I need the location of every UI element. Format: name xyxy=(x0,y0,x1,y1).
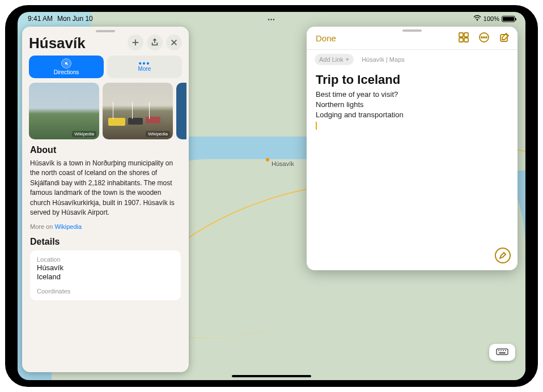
note-editor[interactable]: Trip to Iceland Best time of year to vis… xyxy=(307,69,517,134)
svg-rect-5 xyxy=(459,33,463,37)
compose-icon xyxy=(499,32,510,42)
directions-label: Directions xyxy=(54,69,79,75)
photo-source: Wikipedia xyxy=(72,131,96,137)
details-box: Location Húsavík Iceland Coordinates xyxy=(30,250,181,300)
markup-button[interactable] xyxy=(495,248,511,263)
more-label: More xyxy=(138,66,151,72)
coordinates-label: Coordinates xyxy=(37,288,174,295)
svg-point-0 xyxy=(477,20,478,21)
details-heading: Details xyxy=(30,237,181,247)
battery-icon xyxy=(502,16,515,22)
about-more-link[interactable]: More on Wikipedia xyxy=(30,223,181,230)
drag-handle-icon[interactable] xyxy=(402,29,422,32)
wifi-icon xyxy=(473,15,481,23)
svg-rect-6 xyxy=(464,33,468,37)
place-photo[interactable] xyxy=(176,83,186,139)
svg-point-12 xyxy=(486,37,487,38)
about-heading: About xyxy=(30,145,181,155)
notes-window: Done Add Link Húsavík | Maps Trip to Ice… xyxy=(307,27,517,270)
battery-pct: 100% xyxy=(483,15,499,22)
svg-rect-7 xyxy=(459,38,463,42)
svg-rect-8 xyxy=(464,38,468,42)
add-button[interactable] xyxy=(128,35,143,50)
status-time: 9:41 AM xyxy=(28,15,53,23)
map-city-label[interactable]: Húsavík xyxy=(272,160,294,167)
photo-carousel[interactable]: Wikipedia Wikipedia xyxy=(22,83,189,145)
arrow-icon xyxy=(63,61,69,66)
location-value: Húsavík xyxy=(37,263,174,272)
linked-place-chip[interactable]: Húsavík | Maps xyxy=(357,54,409,65)
place-title: Húsavík xyxy=(29,35,124,52)
directions-button[interactable]: Directions xyxy=(29,56,104,78)
about-text: Húsavík is a town in Norðurþing municipa… xyxy=(30,159,181,218)
pencil-icon xyxy=(499,252,507,259)
ellipsis-icon: ••• xyxy=(139,62,151,65)
photo-source: Wikipedia xyxy=(146,131,170,137)
svg-point-10 xyxy=(481,37,482,38)
multitask-dots-icon[interactable]: ••• xyxy=(268,16,275,23)
keyboard-icon xyxy=(496,348,508,356)
compose-button[interactable] xyxy=(499,32,511,44)
note-title: Trip to Iceland xyxy=(316,73,508,87)
place-photo[interactable]: Wikipedia xyxy=(29,83,99,139)
ellipsis-circle-icon xyxy=(479,32,489,42)
plus-icon xyxy=(131,39,139,46)
close-button[interactable] xyxy=(166,35,182,50)
share-button[interactable] xyxy=(147,35,163,50)
share-icon xyxy=(151,39,159,46)
add-link-chip[interactable]: Add Link xyxy=(315,54,354,65)
show-keyboard-button[interactable] xyxy=(489,344,515,361)
svg-point-11 xyxy=(483,37,485,38)
note-line: Northern lights xyxy=(316,100,508,110)
grid-icon xyxy=(459,32,469,42)
svg-rect-14 xyxy=(497,349,508,355)
note-line: Lodging and transportation xyxy=(316,110,508,120)
close-icon xyxy=(170,39,178,46)
drag-handle-icon[interactable] xyxy=(96,30,115,32)
note-line: Best time of year to visit? xyxy=(316,90,508,100)
text-cursor-icon xyxy=(316,122,317,130)
more-button[interactable]: ••• More xyxy=(107,56,182,78)
location-label: Location xyxy=(37,256,174,263)
status-bar: 9:41 AM Mon Jun 10 ••• 100% xyxy=(18,12,525,25)
location-value-2: Iceland xyxy=(37,272,174,281)
status-date: Mon Jun 10 xyxy=(57,15,93,23)
place-photo[interactable]: Wikipedia xyxy=(103,83,173,139)
home-indicator[interactable] xyxy=(232,375,311,377)
gallery-view-button[interactable] xyxy=(459,32,470,44)
map-pin-icon[interactable] xyxy=(266,158,269,161)
place-card: Húsavík Directions ••• More xyxy=(22,27,189,372)
more-options-button[interactable] xyxy=(479,32,490,44)
done-button[interactable]: Done xyxy=(316,33,336,43)
